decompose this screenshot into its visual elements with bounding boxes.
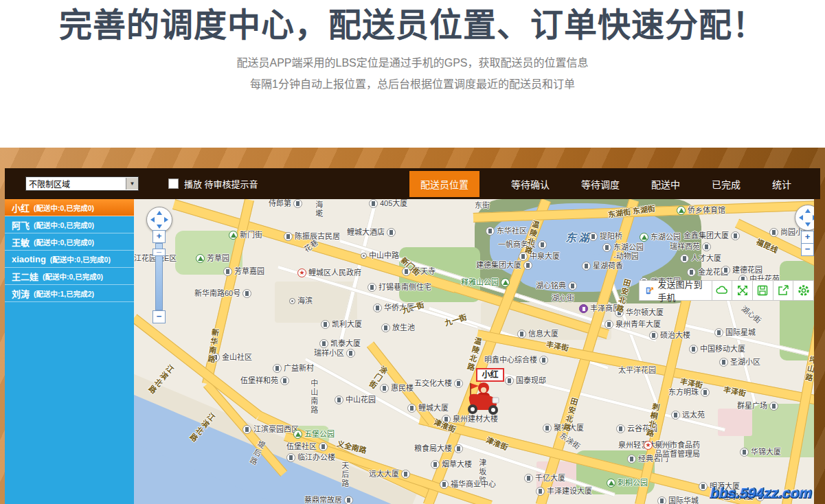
zoom-out-button[interactable]: − [152,310,166,323]
map-poi-label: 鲤城大厦 [407,404,449,413]
courier-row[interactable]: 阿飞(配送中:0,已完成0) [5,216,134,233]
map-street-label: 太平洋花园 [618,366,656,375]
map-label-text: 硕治大楼 [660,331,690,340]
region-select[interactable]: 不限制区域 ▼ [25,176,139,191]
courier-name: 王二娃 [12,270,38,283]
building-icon [699,482,708,491]
building-icon [649,331,658,340]
map-label-text: 海墘 [314,201,323,218]
building-icon [373,303,382,312]
map-poi-label: 一帆商务楼 [498,240,547,249]
building-icon [657,496,666,504]
zoom-slider-handle[interactable]: — [152,249,166,256]
tab-pending-dispatch[interactable]: 等待调度 [581,171,620,197]
map-label-text: 405大厦 [380,199,407,208]
region-select-value: 不限制区域 [26,178,126,190]
pan-compass-icon[interactable] [146,207,172,233]
map-label-text: 湖心街 [740,304,763,325]
pan-compass-icon[interactable] [795,205,814,231]
play-sound-group: 播放 待审核提示音 [168,177,258,190]
pan-right-icon[interactable] [813,215,814,220]
zoom-in-button[interactable]: + [152,230,166,243]
map-label-text: 鲤城区人民政府 [308,268,361,277]
map-poi-label: 提阳桥 [589,232,622,241]
map-canvas[interactable]: 侍郎第海墘405大厦东街新门街新门街陈振辰古民居鲤城大酒店花巷中山中路东华社区一… [134,199,814,504]
cloud-button[interactable] [712,280,733,301]
zoom-in-button[interactable]: + [801,231,814,244]
map-poi-label: 远太苑 [671,411,705,420]
pan-left-icon[interactable] [799,215,803,220]
pan-up-icon[interactable] [805,209,811,213]
map-label-text: 东湖公园 -动物园 [613,243,644,260]
courier-row[interactable]: 小红(配送中:0,已完成0) [5,199,134,216]
pan-down-icon[interactable] [805,222,811,227]
courier-row[interactable]: 王敏(配送中:0,已完成0) [5,233,134,251]
building-icon [346,349,355,358]
map-label-text: 瑞祥西苑 [670,242,700,251]
building-icon [602,243,611,252]
map-label-text: 建德集团大厦 [476,261,521,270]
building-icon [335,396,343,404]
park-tree-icon [607,479,615,488]
send-to-phone-button[interactable]: 发送图片到手机 [639,280,712,301]
map-poi-label: 泉州青年大厦 [604,320,661,329]
map-poi-label: 伍堡祥和苑 [240,376,289,385]
pan-up-icon[interactable] [157,211,162,215]
send-to-phone-icon [646,285,653,296]
tab-pending-confirm[interactable]: 等待确认 [511,171,550,197]
courier-row[interactable]: xiaoting(配送中:0,已完成0) [5,251,134,268]
tab-delivering[interactable]: 配送中 [651,171,680,197]
map-label-text: 陈振辰古民居 [295,232,340,241]
map-label-text: 中山中路 [369,251,399,260]
save-button[interactable] [753,280,773,301]
pan-right-icon[interactable] [164,217,168,222]
map-label-text: 中国移动大厦 [700,345,745,354]
pan-left-icon[interactable] [150,217,155,222]
pan-down-icon[interactable] [157,225,162,229]
chevron-down-icon[interactable]: ▼ [126,178,138,190]
map-label-text: 惠民楼 [391,384,414,393]
map-poi-label: 芳草园 [196,254,229,263]
map-poi-label: 信息大厦 [517,330,558,339]
zoom-out-button[interactable]: − [801,243,814,256]
map-park-label: 释雅山公园 [461,278,510,287]
settings-button[interactable] [793,280,814,301]
map-label-text: 星湖荷香 [593,262,623,271]
building-icon [719,358,728,367]
tab-completed[interactable]: 已完成 [712,171,741,197]
map-poi-label: 中国移动大厦 [689,345,745,354]
courier-row[interactable]: 刘涛(配送中:1,已完成2) [5,285,134,302]
map-label-text: 群星广场 [737,402,767,411]
map-street-label: 东街 [475,201,490,210]
building-icon [440,480,449,489]
map-park-label: 五堡公园 [293,430,335,439]
map-label-text: 明鑫中心综合楼 [484,356,537,365]
building-icon [321,320,330,329]
export-button[interactable] [773,280,794,301]
map-poi-label: 405大厦 [369,199,407,208]
building-icon [368,283,376,292]
courier-marker-label[interactable]: 小红 [476,368,504,382]
map-poi-label: 湖心铭典 [536,282,577,290]
map-poi-label: 惠民楼 [380,384,414,393]
map-poi-label: 国际华城 [657,496,699,504]
courier-row[interactable]: 王二娃(配送中:0,已完成0) [5,268,134,285]
map-poi-label: 鲤城区人民政府 [297,268,361,277]
map-poi-label: 圣湖小区 [719,358,760,367]
building-icon [568,282,577,290]
map-poi-label: 远太大厦 [369,470,410,479]
dispatch-toolbar: 不限制区域 ▼ 播放 待审核提示音 配送员位置等待确认等待调度配送中已完成统计 [5,168,820,199]
building-icon [293,199,302,208]
delivery-scooter-icon[interactable] [462,379,504,417]
map-label-text: 粮食局大楼 [414,444,452,453]
play-sound-checkbox[interactable] [168,179,179,189]
tab-stats[interactable]: 统计 [772,171,791,197]
map-poi-label: 蔡鼎常故居 [304,496,353,504]
fullscreen-button[interactable] [732,280,753,301]
courier-name: 小红 [12,201,30,214]
building-icon [627,455,636,463]
tab-courier-location[interactable]: 配送员位置 [409,171,479,197]
building-icon [680,254,689,263]
map-poi-label: 金山社区 [211,353,252,362]
map-label-text: 凯利大厦 [332,320,362,329]
